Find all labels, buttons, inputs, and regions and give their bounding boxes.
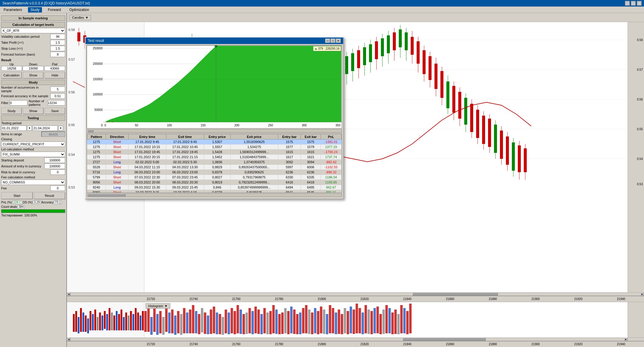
- hx-label-21760: 21760: [232, 343, 240, 346]
- x-axis-labels: 21720 21740 21760 21780 21800 21820 2184…: [144, 297, 628, 301]
- cell-entry-price: 0,8829: [204, 165, 230, 170]
- cell-exit-bar: 6495: [301, 185, 321, 190]
- patterns-input[interactable]: [47, 100, 65, 106]
- risk-input[interactable]: [50, 169, 65, 175]
- x-label-21740: 21740: [190, 297, 198, 301]
- menu-study[interactable]: Study: [28, 7, 42, 12]
- cell-entry-time: 17.01.2022 9:45: [128, 139, 166, 145]
- occurrences-input[interactable]: [50, 87, 65, 92]
- cell-pnl: -1102.55: [321, 165, 341, 170]
- fee-method-select[interactable]: NO_COMMISS: [1, 180, 65, 185]
- in-sample-header: In Sample marking: [1, 15, 65, 21]
- svg-rect-7: [77, 32, 80, 41]
- minimize-btn[interactable]: ─: [625, 1, 630, 6]
- svg-rect-282: [409, 304, 412, 333]
- date-to-input[interactable]: [32, 125, 58, 131]
- svg-rect-118: [411, 37, 414, 55]
- menu-optimization[interactable]: Optimization: [67, 7, 92, 12]
- closing-select[interactable]: CURRENT_PRICE_PROFIT: [1, 142, 65, 147]
- table-row: 1275 Short 17.01.2022 10:15 17.01.2022 1…: [87, 145, 342, 150]
- accuracy2-value: 73.1: [54, 200, 62, 204]
- svg-rect-214: [207, 315, 209, 334]
- show-btn[interactable]: Show: [23, 72, 43, 78]
- result-btn[interactable]: Result: [34, 192, 65, 199]
- svg-rect-192: [142, 311, 144, 330]
- close-btn[interactable]: ✕: [637, 1, 642, 6]
- accuracy-input[interactable]: [50, 93, 65, 99]
- cell-entry-price: 0,8019: [204, 180, 230, 185]
- cell-exit-bar: 6545: [301, 190, 321, 193]
- h-scrollbar-thumb[interactable]: [412, 293, 498, 296]
- stop-loss-input[interactable]: [50, 46, 65, 51]
- hide-btn[interactable]: Hide: [45, 72, 65, 78]
- fee-method-row: Fee calculation method: [1, 175, 65, 179]
- hist-scrollbar-thumb[interactable]: [403, 338, 486, 341]
- filter-input[interactable]: [10, 100, 27, 106]
- hist-scroll-right-btn[interactable]: ►: [624, 337, 628, 341]
- cell-exit-bar: 1579: [301, 145, 321, 150]
- study-btn[interactable]: Study: [1, 108, 22, 114]
- scroll-right-btn[interactable]: ►: [640, 292, 644, 296]
- cell-entry-bar: 6416: [278, 180, 301, 185]
- volatility-input[interactable]: [50, 34, 65, 39]
- svg-rect-166: [80, 308, 82, 332]
- progress-bar: [1, 210, 65, 213]
- fee-label: Fee: [1, 186, 50, 190]
- fee-input[interactable]: [50, 186, 65, 191]
- svg-rect-183: [121, 310, 122, 330]
- svg-rect-246: [302, 308, 304, 333]
- svg-rect-277: [394, 310, 397, 334]
- svg-rect-177: [106, 314, 108, 330]
- svg-rect-152: [512, 142, 515, 171]
- maximize-btn[interactable]: □: [631, 1, 636, 6]
- save-btn[interactable]: Save: [45, 108, 65, 114]
- svg-rect-173: [97, 317, 99, 330]
- date-to-picker[interactable]: ▼: [58, 126, 63, 131]
- cell-entry-price: 1,5557: [204, 145, 230, 150]
- date-from-input[interactable]: [1, 125, 26, 131]
- cell-entry-price: 0,8278: [204, 190, 230, 193]
- amount-input[interactable]: [44, 164, 65, 169]
- scroll-left-btn[interactable]: ◄: [67, 292, 71, 296]
- svg-rect-233: [263, 308, 266, 333]
- menu-forward[interactable]: Forward: [46, 7, 63, 12]
- svg-rect-138: [470, 104, 473, 132]
- chart-toolbar: Candles ▼: [67, 13, 644, 22]
- table-row: 1275 Short 17.01.2022 20:15 17.01.2022 2…: [87, 155, 342, 160]
- col-header-pnl: PnL: [321, 134, 341, 139]
- svg-rect-203: [174, 315, 176, 335]
- cell-exit-time: 10.03.2022 4:15: [166, 190, 204, 193]
- deposit-label: Starting deposit: [1, 158, 44, 162]
- histogram-btn[interactable]: Histogram ▼: [146, 303, 170, 309]
- svg-rect-279: [400, 305, 403, 333]
- calculation-btn[interactable]: Calculation: [1, 72, 22, 78]
- hist-scroll-left-btn[interactable]: ◄: [67, 337, 71, 341]
- table-scrollbar-thumb[interactable]: [87, 194, 126, 197]
- svg-rect-170: [90, 311, 91, 330]
- count-row: Count deals 384: [1, 205, 65, 209]
- price-0.58: 0.58: [637, 38, 643, 42]
- take-profit-input[interactable]: [50, 40, 65, 45]
- candles-button[interactable]: Candles ▼: [69, 15, 91, 20]
- svg-rect-259: [341, 314, 343, 334]
- start-btn[interactable]: Start: [1, 192, 33, 199]
- calc-method-select[interactable]: K_OF_ATR: [1, 28, 65, 33]
- modal-maximize-btn[interactable]: □: [331, 39, 335, 43]
- lot-method-select[interactable]: FIX_SUMM: [1, 152, 65, 157]
- show2-btn[interactable]: Show: [23, 108, 43, 114]
- table-row: 1275 Short 17.01.2022 9:45 17.01.2022 9:…: [87, 139, 342, 145]
- equity-scrollbar-thumb[interactable]: [87, 130, 93, 133]
- trades-table-container[interactable]: Pattern Direction Entry time Exit time E…: [87, 133, 342, 193]
- col-header-exit-time: Exit time: [166, 134, 204, 139]
- pnl-label: PnL (%): [1, 201, 12, 204]
- deposit-input[interactable]: [44, 158, 65, 163]
- date-from-picker[interactable]: ▼: [27, 126, 32, 131]
- svg-rect-134: [458, 92, 461, 119]
- svg-rect-231: [257, 310, 260, 334]
- forecast-input[interactable]: [50, 52, 65, 57]
- svg-rect-165: [78, 317, 79, 333]
- menu-parameters[interactable]: Parameters: [1, 7, 24, 12]
- svg-rect-174: [99, 313, 101, 330]
- modal-close-btn[interactable]: ✕: [336, 39, 341, 43]
- modal-minimize-btn[interactable]: ─: [325, 39, 330, 43]
